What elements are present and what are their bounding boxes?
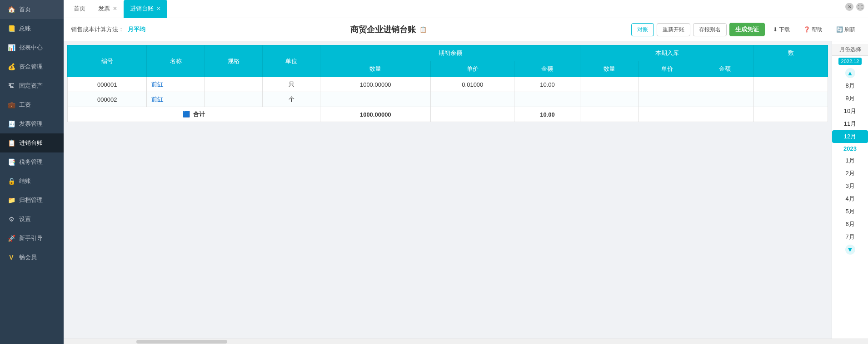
year-2023-label: 2023 bbox=[832, 143, 868, 154]
generate-voucher-button[interactable]: 生成凭证 bbox=[729, 23, 765, 36]
month-item-2023-1[interactable]: 1月 bbox=[832, 154, 868, 167]
month-item-10[interactable]: 10月 bbox=[832, 105, 868, 118]
total-in-price bbox=[638, 107, 696, 122]
settings-icon: ⚙ bbox=[7, 216, 15, 223]
col-current-in: 本期入库 bbox=[580, 45, 754, 61]
month-item-11[interactable]: 11月 bbox=[832, 118, 868, 130]
month-panel-title: 月份选择 bbox=[832, 44, 868, 56]
reconcile-button[interactable]: 对账 bbox=[631, 23, 654, 36]
refresh-button[interactable]: 🔄 刷新 bbox=[831, 24, 861, 36]
total-icon: 🟦 bbox=[183, 111, 190, 118]
month-item-2023-3[interactable]: 3月 bbox=[832, 180, 868, 192]
tab-bar: 首页 发票 ✕ 进销台账 ✕ bbox=[64, 0, 868, 18]
row1-in-price bbox=[638, 77, 696, 92]
save-alias-button[interactable]: 存报别名 bbox=[693, 23, 727, 36]
month-item-2023-2[interactable]: 2月 bbox=[832, 167, 868, 180]
reports-icon: 📊 bbox=[7, 44, 15, 51]
tab-invoice-close[interactable]: ✕ bbox=[113, 5, 117, 12]
month-item-2023-4[interactable]: 4月 bbox=[832, 192, 868, 205]
sidebar-item-ledger[interactable]: 📒 总账 bbox=[0, 19, 64, 38]
table-wrapper[interactable]: 编号 名称 规格 单位 期初余额 本期入库 数 数量 单价 金额 数量 单价 bbox=[64, 41, 832, 339]
month-panel: 月份选择 2022.12 ▲ 8月 9月 10月 11月 12月 2023 1月… bbox=[832, 41, 868, 339]
col-unit: 单位 bbox=[263, 45, 320, 77]
salary-icon: 💼 bbox=[7, 101, 15, 108]
data-table: 编号 名称 规格 单位 期初余额 本期入库 数 数量 单价 金额 数量 单价 bbox=[67, 45, 828, 122]
sidebar-item-invoice-mgmt[interactable]: 🧾 发票管理 bbox=[0, 114, 64, 133]
sidebar-item-reports[interactable]: 📊 报表中心 bbox=[0, 38, 64, 57]
sidebar-item-member[interactable]: V 畅会员 bbox=[0, 248, 64, 267]
page-header: 销售成本计算方法： 月平均 商贸企业进销台账 📋 对账 重新开账 存报别名 生成… bbox=[64, 18, 868, 41]
row1-opening-qty: 1000.00000 bbox=[320, 77, 431, 92]
total-opening-amount: 10.00 bbox=[514, 107, 580, 122]
maximize-window-button[interactable]: ⛶ bbox=[856, 3, 864, 11]
month-item-9[interactable]: 9月 bbox=[832, 92, 868, 105]
reopen-button[interactable]: 重新开账 bbox=[657, 23, 690, 36]
close-window-button[interactable]: ✕ bbox=[845, 3, 853, 11]
row1-code: 000001 bbox=[68, 77, 147, 92]
total-in-amount bbox=[696, 107, 754, 122]
row1-extra bbox=[754, 77, 828, 92]
month-item-12[interactable]: 12月 bbox=[832, 130, 868, 143]
sidebar-item-assets[interactable]: 🏗 固定资产 bbox=[0, 76, 64, 95]
member-icon: V bbox=[7, 254, 15, 261]
month-nav-down[interactable]: ▼ bbox=[845, 245, 855, 255]
sidebar: 🏠 首页 📒 总账 📊 报表中心 💰 资金管理 🏗 固定资产 💼 工资 🧾 发票… bbox=[0, 0, 64, 344]
page-title-icon[interactable]: 📋 bbox=[419, 26, 427, 33]
sub-opening-qty: 数量 bbox=[320, 61, 431, 77]
month-item-2023-7[interactable]: 7月 bbox=[832, 231, 868, 243]
row1-opening-price: 0.01000 bbox=[431, 77, 514, 92]
col-spec: 规格 bbox=[205, 45, 262, 77]
sidebar-item-close[interactable]: 🔒 结账 bbox=[0, 172, 64, 191]
total-row: 🟦 合计 1000.00000 10.00 bbox=[68, 107, 828, 122]
month-nav-up[interactable]: ▲ bbox=[845, 68, 855, 78]
total-extra bbox=[754, 107, 828, 122]
sidebar-item-funds[interactable]: 💰 资金管理 bbox=[0, 57, 64, 76]
table-row: 000002 前缸 个 bbox=[68, 92, 828, 107]
tab-purchase-sale-close[interactable]: ✕ bbox=[156, 5, 161, 12]
table-row: 000001 前缸 只 1000.00000 0.01000 10.00 bbox=[68, 77, 828, 92]
month-item-2023-6[interactable]: 6月 bbox=[832, 218, 868, 231]
main-area: ✕ ⛶ 首页 发票 ✕ 进销台账 ✕ 销售成本计算方法： 月平均 商贸企业进销台… bbox=[64, 0, 868, 344]
col-opening-balance: 期初余额 bbox=[320, 45, 580, 61]
scrollbar-thumb[interactable] bbox=[136, 340, 227, 344]
help-button[interactable]: ❓ 帮助 bbox=[798, 24, 828, 36]
row2-in-amount bbox=[696, 92, 754, 107]
row2-code: 000002 bbox=[68, 92, 147, 107]
sub-in-qty: 数量 bbox=[580, 61, 638, 77]
row2-opening-amount bbox=[514, 92, 580, 107]
month-item-8[interactable]: 8月 bbox=[832, 79, 868, 92]
sidebar-item-purchase-sale[interactable]: 📋 进销台账 bbox=[0, 133, 64, 152]
row2-unit: 个 bbox=[263, 92, 320, 107]
guide-icon: 🚀 bbox=[7, 235, 15, 242]
sidebar-item-guide[interactable]: 🚀 新手引导 bbox=[0, 229, 64, 248]
row2-name: 前缸 bbox=[147, 92, 205, 107]
purchase-sale-icon: 📋 bbox=[7, 139, 15, 147]
col-extra: 数 bbox=[754, 45, 828, 61]
tab-purchase-sale[interactable]: 进销台账 ✕ bbox=[124, 0, 167, 18]
row1-unit: 只 bbox=[263, 77, 320, 92]
sidebar-item-tax[interactable]: 📑 税务管理 bbox=[0, 152, 64, 172]
row2-opening-price bbox=[431, 92, 514, 107]
row2-spec bbox=[205, 92, 262, 107]
sidebar-item-home[interactable]: 🏠 首页 bbox=[0, 0, 64, 19]
funds-icon: 💰 bbox=[7, 63, 15, 70]
ledger-icon: 📒 bbox=[7, 25, 15, 32]
download-button[interactable]: ⬇ 下载 bbox=[768, 24, 795, 36]
sub-in-amount: 金额 bbox=[696, 61, 754, 77]
month-item-2023-5[interactable]: 5月 bbox=[832, 205, 868, 218]
sidebar-item-archive[interactable]: 📁 归档管理 bbox=[0, 191, 64, 210]
row1-name: 前缸 bbox=[147, 77, 205, 92]
row1-in-amount bbox=[696, 77, 754, 92]
tax-icon: 📑 bbox=[7, 158, 15, 166]
row2-in-qty bbox=[580, 92, 638, 107]
refresh-icon: 🔄 bbox=[836, 26, 843, 33]
sub-in-price: 单价 bbox=[638, 61, 696, 77]
sidebar-item-settings[interactable]: ⚙ 设置 bbox=[0, 210, 64, 229]
sub-extra bbox=[754, 61, 828, 77]
assets-icon: 🏗 bbox=[7, 82, 15, 89]
tab-home[interactable]: 首页 bbox=[67, 0, 92, 18]
tab-invoice[interactable]: 发票 ✕ bbox=[92, 0, 124, 18]
scrollbar-area[interactable] bbox=[64, 339, 868, 344]
sidebar-item-salary[interactable]: 💼 工资 bbox=[0, 95, 64, 114]
total-in-qty bbox=[580, 107, 638, 122]
